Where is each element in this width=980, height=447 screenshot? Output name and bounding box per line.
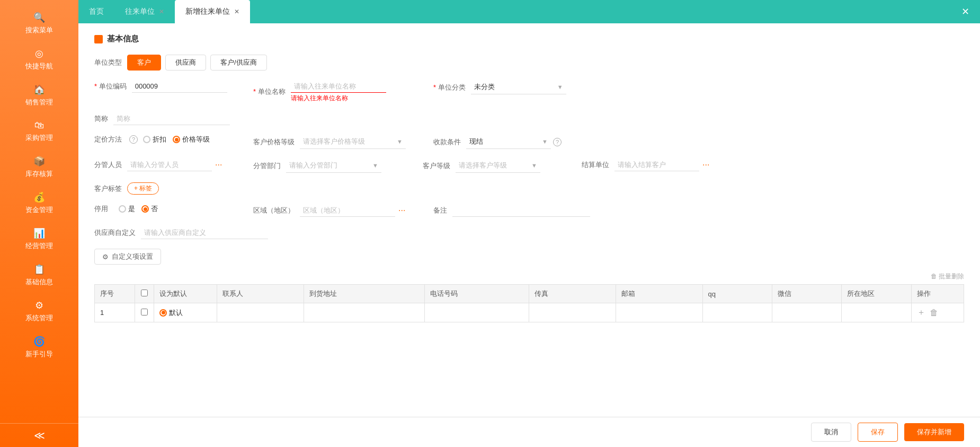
customize-btn[interactable]: ⚙ 自定义项设置 xyxy=(94,249,161,265)
row-add-icon[interactable]: ＋ xyxy=(917,307,925,318)
department-select[interactable]: 请输入分管部门 ▼ xyxy=(286,159,381,173)
finance-icon: 💰 xyxy=(33,191,45,203)
row-phone-input[interactable] xyxy=(430,306,483,319)
row-contact[interactable] xyxy=(217,303,304,322)
row-email[interactable] xyxy=(616,303,702,322)
pricing-help-icon[interactable]: ? xyxy=(129,135,138,144)
unit-name-input[interactable] xyxy=(291,80,386,93)
save-button[interactable]: 保存 xyxy=(858,423,898,442)
gear-icon: ⚙ xyxy=(102,253,109,261)
sidebar-item-operations[interactable]: 📊 经营管理 xyxy=(0,221,78,257)
tab-new-partner-close[interactable]: ✕ xyxy=(234,8,239,15)
cancel-button[interactable]: 取消 xyxy=(811,423,851,442)
row-qq-input[interactable] xyxy=(708,306,740,319)
row-qq[interactable] xyxy=(702,303,772,322)
sidebar-item-purchase[interactable]: 🛍 采购管理 xyxy=(0,113,78,149)
payment-help-icon[interactable]: ? xyxy=(553,138,562,146)
unit-type-field: 单位类型 客户 供应商 客户/供应商 xyxy=(94,55,267,71)
sidebar-item-quicknav[interactable]: ◎ 快捷导航 xyxy=(0,41,78,77)
delete-icon: 🗑 xyxy=(931,273,937,280)
form-content: 基本信息 单位类型 客户 供应商 客户/供应商 单位编码 单位名称 xyxy=(78,23,980,417)
supplier-custom-input[interactable] xyxy=(141,226,268,239)
unit-btn-supplier[interactable]: 供应商 xyxy=(165,55,206,71)
tab-partners-close[interactable]: ✕ xyxy=(159,8,164,15)
disabled-row: 停用 是 否 区域（地区） ··· 备注 xyxy=(94,204,964,217)
sidebar-item-search[interactable]: 🔍 搜索菜单 xyxy=(0,5,78,41)
customer-level-value: 请选择客户等级 xyxy=(459,161,529,170)
unit-category-chevron: ▼ xyxy=(557,84,563,90)
row-checkbox-cell xyxy=(135,303,154,322)
customer-level-chevron: ▼ xyxy=(531,162,537,169)
row-contact-input[interactable] xyxy=(222,306,265,319)
row-fax[interactable] xyxy=(529,303,616,322)
row-phone[interactable] xyxy=(425,303,529,322)
sidebar-item-finance[interactable]: 💰 资金管理 xyxy=(0,185,78,221)
row-wechat-input[interactable] xyxy=(778,306,809,319)
row-delete-icon[interactable]: 🗑 xyxy=(930,308,938,318)
unit-name-field: 单位名称 请输入往来单位名称 xyxy=(253,80,412,103)
sidebar-item-inventory[interactable]: 📦 库存核算 xyxy=(0,149,78,185)
row-address[interactable] xyxy=(304,303,425,322)
sidebar-item-newbie[interactable]: 🌀 新手引导 xyxy=(0,329,78,365)
payment-terms-field: 收款条件 现结 ▼ ? xyxy=(433,135,571,149)
row-address-input[interactable] xyxy=(309,306,373,319)
unit-category-select[interactable]: 未分类 ▼ xyxy=(471,80,566,94)
row-area[interactable] xyxy=(842,303,911,322)
tab-partners[interactable]: 往来单位 ✕ xyxy=(114,0,175,23)
settlement-input[interactable] xyxy=(614,159,699,171)
settlement-field: 结算单位 ··· xyxy=(582,159,719,171)
tab-new-partner[interactable]: 新增往来单位 ✕ xyxy=(175,0,250,23)
window-close-button[interactable]: ✕ xyxy=(961,6,969,17)
add-tag-button[interactable]: + 标签 xyxy=(127,182,159,195)
row-email-input[interactable] xyxy=(621,306,664,319)
unit-name-wrapper: 请输入往来单位名称 xyxy=(291,80,386,103)
sidebar-item-system[interactable]: ⚙ 系统管理 xyxy=(0,293,78,329)
remark-label: 备注 xyxy=(433,206,447,215)
disabled-no-option[interactable]: 否 xyxy=(141,204,158,214)
supplier-custom-label: 供应商自定义 xyxy=(94,228,136,238)
manager-input[interactable] xyxy=(127,159,212,171)
unit-btn-customer[interactable]: 客户 xyxy=(127,55,161,71)
remark-field: 备注 xyxy=(433,204,590,217)
table-header-row: 序号 设为默认 联系人 到货地址 电话号码 传真 邮箱 qq 微信 所在地区 操… xyxy=(95,285,964,303)
sidebar-item-basic[interactable]: 📋 基础信息 xyxy=(0,257,78,293)
col-phone: 电话号码 xyxy=(425,285,529,303)
row-area-input[interactable] xyxy=(847,306,879,319)
region-input[interactable] xyxy=(300,204,395,217)
short-name-input[interactable] xyxy=(113,112,230,125)
region-more-btn[interactable]: ··· xyxy=(398,206,405,215)
customer-level-field: 客户等级 请选择客户等级 ▼ xyxy=(423,159,560,173)
disabled-yes-option[interactable]: 是 xyxy=(119,204,135,214)
row-default-radio[interactable]: 默认 xyxy=(159,308,211,318)
batch-delete-btn[interactable]: 🗑 批量删除 xyxy=(94,272,964,281)
region-field: 区域（地区） ··· xyxy=(253,204,412,217)
customer-price-level-select[interactable]: 请选择客户价格等级 ▼ xyxy=(300,135,406,149)
remark-input[interactable] xyxy=(452,204,590,217)
payment-terms-select[interactable]: 现结 ▼ xyxy=(466,135,551,149)
basic-icon: 📋 xyxy=(33,264,45,275)
payment-terms-label: 收款条件 xyxy=(433,137,461,147)
sidebar-bottom[interactable]: ≪ xyxy=(0,423,78,447)
form-footer: 取消 保存 保存并新增 xyxy=(78,417,980,447)
manager-more-btn[interactable]: ··· xyxy=(215,160,222,170)
select-all-checkbox[interactable] xyxy=(141,290,148,296)
unit-btn-both[interactable]: 客户/供应商 xyxy=(210,55,267,71)
row-checkbox[interactable] xyxy=(141,309,148,315)
save-new-button[interactable]: 保存并新增 xyxy=(904,423,964,441)
disabled-label: 停用 xyxy=(94,204,108,214)
unit-code-input[interactable] xyxy=(132,80,227,93)
row-wechat[interactable] xyxy=(772,303,842,322)
main-area: 首页 往来单位 ✕ 新增往来单位 ✕ ✕ 基本信息 单位类型 客户 供应商 客户… xyxy=(78,0,980,447)
row-fax-input[interactable] xyxy=(534,306,577,319)
pricing-radio-group: 折扣 价格等级 xyxy=(143,135,210,144)
sidebar-item-sales[interactable]: 🏠 销售管理 xyxy=(0,77,78,113)
pricing-discount-radio xyxy=(143,136,150,143)
customer-level-select[interactable]: 请选择客户等级 ▼ xyxy=(456,159,540,173)
pricing-discount-option[interactable]: 折扣 xyxy=(143,135,166,144)
settlement-more-btn[interactable]: ··· xyxy=(702,160,709,170)
unit-type-label: 单位类型 xyxy=(94,58,122,67)
pricing-level-option[interactable]: 价格等级 xyxy=(173,135,210,144)
department-chevron: ▼ xyxy=(372,162,378,169)
tab-home[interactable]: 首页 xyxy=(78,0,114,23)
unit-category-value: 未分类 xyxy=(474,82,555,92)
